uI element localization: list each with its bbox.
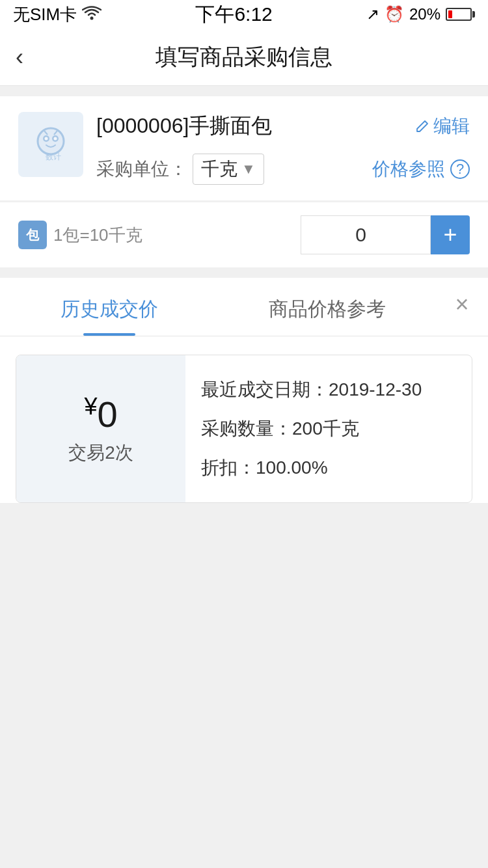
price-detail-discount: 折扣：100.00% — [201, 454, 456, 481]
status-right: ↗ ⏰ 20% — [366, 5, 475, 23]
tabs-header: 历史成交价 商品价格参考 × — [0, 278, 488, 336]
chevron-down-icon: ▼ — [241, 161, 256, 178]
price-amount: 0 — [97, 393, 117, 435]
tab-history-price-label: 历史成交价 — [61, 298, 158, 319]
product-header: 数计 [0000006]手撕面包 编辑 采购单位： 千克 ▼ — [18, 112, 470, 185]
price-card: ¥ 0 交易2次 最近成交日期：2019-12-30 采购数量：200千克 折扣… — [16, 355, 472, 503]
alarm-icon: ⏰ — [385, 5, 404, 23]
price-detail-discount-value: 100.00% — [256, 457, 328, 478]
price-ref-label: 价格参照 — [372, 157, 445, 182]
unit-select[interactable]: 千克 ▼ — [193, 154, 264, 185]
price-ref-help-icon: ? — [450, 159, 470, 179]
tabs-container: 历史成交价 商品价格参考 × ¥ 0 交易2次 最近成交日期：2019-12-3… — [0, 278, 488, 503]
price-card-left: ¥ 0 交易2次 — [16, 355, 185, 502]
price-detail-date-value: 2019-12-30 — [329, 379, 422, 400]
tabs-close-button[interactable]: × — [436, 291, 488, 323]
page-background — [0, 521, 488, 868]
status-carrier: 无SIM卡 — [13, 3, 102, 26]
price-tx-count: 交易2次 — [68, 441, 133, 465]
tab-product-price-ref[interactable]: 商品价格参考 — [218, 278, 436, 336]
edit-label: 编辑 — [433, 114, 470, 139]
price-detail-date-label: 最近成交日期： — [201, 379, 329, 400]
svg-point-1 — [38, 128, 64, 154]
price-reference-button[interactable]: 价格参照 ? — [372, 157, 470, 182]
product-card: 数计 [0000006]手撕面包 编辑 采购单位： 千克 ▼ — [0, 96, 488, 200]
quantity-input[interactable] — [301, 215, 431, 254]
price-card-right: 最近成交日期：2019-12-30 采购数量：200千克 折扣：100.00% — [185, 355, 472, 502]
quantity-plus-button[interactable]: + — [431, 215, 470, 254]
quantity-unit-info: 包 1包=10千克 — [18, 221, 142, 249]
svg-point-0 — [90, 16, 94, 20]
location-icon: ↗ — [366, 5, 379, 23]
svg-text:数计: 数计 — [46, 152, 61, 161]
price-detail-qty-value: 200千克 — [292, 418, 359, 439]
price-detail-qty-label: 采购数量： — [201, 418, 292, 439]
quantity-unit-text: 1包=10千克 — [53, 224, 142, 247]
battery-percent: 20% — [409, 5, 441, 23]
tab-product-price-ref-label: 商品价格参考 — [269, 298, 386, 319]
product-name: [0000006]手撕面包 — [96, 112, 272, 141]
svg-point-4 — [45, 137, 48, 141]
wifi-icon — [82, 5, 102, 25]
unit-label: 采购单位： — [96, 157, 187, 182]
price-currency: ¥ — [84, 393, 97, 420]
product-thumbnail: 数计 — [18, 112, 83, 177]
edit-button[interactable]: 编辑 — [415, 114, 470, 139]
back-button[interactable]: ‹ — [16, 44, 23, 71]
price-detail-qty: 采购数量：200千克 — [201, 415, 456, 442]
quantity-unit-icon: 包 — [18, 221, 47, 249]
unit-value: 千克 — [201, 157, 237, 182]
carrier-text: 无SIM卡 — [13, 3, 77, 26]
svg-point-5 — [54, 137, 57, 141]
price-detail-discount-label: 折扣： — [201, 457, 256, 478]
nav-bar: ‹ 填写商品采购信息 — [0, 29, 488, 86]
product-info: [0000006]手撕面包 编辑 采购单位： 千克 ▼ 价格 — [96, 112, 470, 185]
battery-icon — [446, 8, 475, 21]
price-detail-date: 最近成交日期：2019-12-30 — [201, 376, 456, 403]
quantity-section: 包 1包=10千克 + — [0, 202, 488, 267]
quantity-input-row: + — [301, 215, 470, 254]
page-title: 填写商品采购信息 — [156, 42, 332, 72]
status-time: 下午6:12 — [195, 1, 272, 28]
status-bar: 无SIM卡 下午6:12 ↗ ⏰ 20% — [0, 0, 488, 29]
tab-history-price[interactable]: 历史成交价 — [0, 278, 218, 336]
